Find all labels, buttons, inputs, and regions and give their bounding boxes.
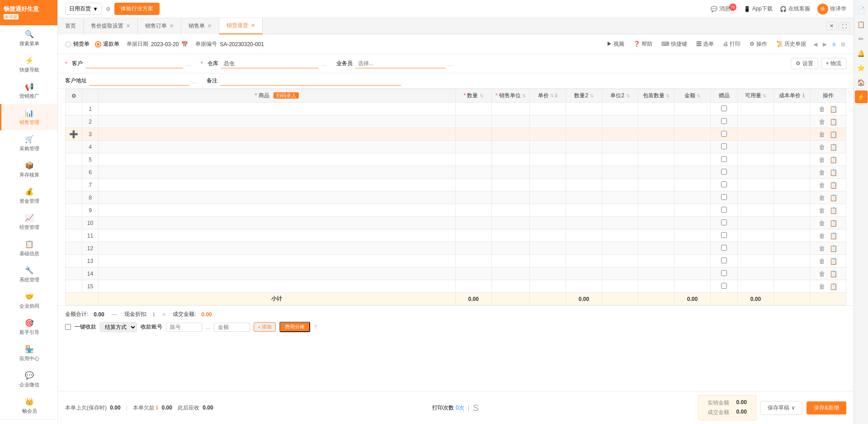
- delete-row-icon[interactable]: 🗑: [817, 219, 826, 227]
- sidebar-item-appstore[interactable]: 🏪 应用中心: [0, 340, 57, 367]
- gift-cell[interactable]: [711, 128, 738, 141]
- account-no-input[interactable]: [166, 323, 202, 332]
- delete-row-icon[interactable]: 🗑: [817, 257, 826, 265]
- account-method-select[interactable]: 结算方式: [100, 322, 137, 332]
- sidebar-item-inventory[interactable]: 📦 库存核算: [0, 157, 57, 183]
- delete-row-icon[interactable]: 🗑: [817, 283, 826, 290]
- qty-cell[interactable]: [455, 204, 491, 217]
- delete-row-icon[interactable]: 🗑: [817, 194, 826, 201]
- gift-checkbox[interactable]: [721, 105, 727, 111]
- gift-cell[interactable]: [711, 115, 738, 128]
- gift-cell[interactable]: [711, 280, 738, 293]
- copy-row-icon[interactable]: 📋: [828, 169, 839, 176]
- sidebar-item-sales[interactable]: 📊 销售管理: [0, 104, 57, 130]
- copy-row-icon[interactable]: 📋: [828, 257, 839, 265]
- right-panel-star-icon[interactable]: ⭐: [855, 62, 868, 74]
- print-action-btn[interactable]: 🖨 打印: [720, 39, 743, 49]
- qty-input[interactable]: [459, 271, 488, 277]
- customer-select-icon[interactable]: ...: [186, 60, 192, 68]
- history-action-btn[interactable]: 📜 历史单据: [774, 39, 809, 49]
- gift-checkbox[interactable]: [721, 143, 727, 149]
- maximize-tab-button[interactable]: ⛶: [839, 22, 850, 30]
- tab-sales-return[interactable]: 销货退货 ✕: [219, 18, 263, 34]
- online-service-button[interactable]: 🎧 在线客服: [780, 5, 810, 13]
- gift-cell[interactable]: [711, 242, 738, 255]
- qty-cell[interactable]: [455, 191, 491, 204]
- gift-checkbox[interactable]: [721, 245, 727, 251]
- gift-checkbox[interactable]: [721, 181, 727, 187]
- qty-cell[interactable]: [455, 255, 491, 267]
- add-row-icon[interactable]: ➕: [69, 130, 78, 138]
- product-input[interactable]: [102, 131, 452, 138]
- sidebar-item-newbie[interactable]: 🎯 新手引导: [0, 314, 57, 340]
- tab-sales-order-close-icon[interactable]: ✕: [170, 23, 174, 29]
- gift-checkbox[interactable]: [721, 219, 727, 225]
- scan-entry-btn[interactable]: 扫码录入: [274, 92, 299, 99]
- qty-input[interactable]: [459, 245, 488, 252]
- delete-row-icon[interactable]: 🗑: [817, 232, 826, 239]
- qty-cell[interactable]: [455, 229, 491, 242]
- gift-cell[interactable]: [711, 179, 738, 191]
- copy-row-icon[interactable]: 📋: [828, 181, 839, 189]
- warehouse-input[interactable]: [221, 59, 319, 68]
- gift-cell[interactable]: [711, 204, 738, 217]
- qty-cell[interactable]: [455, 179, 491, 191]
- sidebar-item-system[interactable]: 🔧 系统管理: [0, 262, 57, 288]
- discount-info-icon[interactable]: ℹ: [153, 311, 155, 318]
- copy-row-icon[interactable]: 📋: [828, 105, 839, 113]
- gift-checkbox[interactable]: [721, 118, 727, 124]
- radio-return-bill[interactable]: 退款单: [95, 40, 119, 48]
- tab-sales-bill[interactable]: 销售单 ✕: [181, 18, 219, 34]
- addr-select-icon[interactable]: ...: [192, 77, 198, 85]
- qty-cell[interactable]: [455, 103, 491, 115]
- sidebar-item-operations[interactable]: 📈 经营管理: [0, 209, 57, 235]
- save-new-button[interactable]: 保存&新增: [807, 401, 846, 414]
- account-ellipsis[interactable]: ...: [206, 324, 210, 330]
- sidebar-item-shortcuts[interactable]: ⚡ 快捷导航: [0, 52, 57, 78]
- delete-row-icon[interactable]: 🗑: [817, 169, 826, 176]
- right-panel-doc-icon[interactable]: 📄: [855, 4, 868, 16]
- copy-row-icon[interactable]: 📋: [828, 270, 839, 277]
- delete-row-icon[interactable]: 🗑: [817, 270, 826, 277]
- gift-cell[interactable]: [711, 217, 738, 229]
- qty-input[interactable]: [459, 283, 488, 290]
- qty-cell[interactable]: [455, 242, 491, 255]
- tab-sales-return-close-icon[interactable]: ✕: [251, 23, 255, 29]
- qty-input[interactable]: [459, 131, 488, 138]
- sidebar-item-purchase[interactable]: 🛒 采购管理: [0, 130, 57, 157]
- qty-input[interactable]: [459, 144, 488, 150]
- sidebar-item-enterprise[interactable]: 🤝 企业协同: [0, 288, 57, 314]
- radio-sales-bill[interactable]: 销货单: [65, 40, 90, 48]
- copy-row-icon[interactable]: 📋: [828, 207, 839, 214]
- qty-cell[interactable]: [455, 128, 491, 141]
- qty-input[interactable]: [459, 157, 488, 163]
- gift-checkbox[interactable]: [721, 283, 727, 289]
- qty-input[interactable]: [459, 258, 488, 264]
- gift-cell[interactable]: [711, 267, 738, 280]
- delete-row-icon[interactable]: 🗑: [817, 105, 826, 113]
- amount-input[interactable]: [214, 323, 250, 332]
- tab-price-settings[interactable]: 售价提取设置 ✕: [84, 18, 138, 34]
- copy-row-icon[interactable]: 📋: [828, 219, 839, 227]
- operate-action-btn[interactable]: ⚙ 操作: [747, 39, 769, 49]
- tab-price-close-icon[interactable]: ✕: [126, 23, 130, 29]
- gift-checkbox[interactable]: [721, 207, 727, 213]
- qty-cell[interactable]: [455, 217, 491, 229]
- warehouse-select-icon[interactable]: ...: [321, 60, 327, 68]
- add-payment-button[interactable]: + + 添加 添加: [254, 322, 276, 332]
- gift-cell[interactable]: [711, 141, 738, 153]
- prev-doc-icon[interactable]: ◀: [813, 41, 817, 48]
- video-action-btn[interactable]: ▶ 视频: [604, 39, 627, 49]
- delete-row-icon[interactable]: 🗑: [817, 131, 826, 138]
- col-settings-header[interactable]: ⚙: [66, 89, 82, 103]
- delete-row-icon[interactable]: 🗑: [817, 207, 826, 214]
- gift-cell[interactable]: [711, 255, 738, 267]
- sidebar-item-member[interactable]: 👑 畅会员: [0, 393, 57, 419]
- sidebar-item-finance[interactable]: 💰 资金管理: [0, 183, 57, 209]
- next-doc-icon[interactable]: ▶: [823, 41, 827, 48]
- gift-checkbox[interactable]: [721, 270, 727, 276]
- user-avatar[interactable]: 徐 徐泽华: [817, 4, 846, 14]
- sidebar-item-marketing[interactable]: 📢 营销推广: [0, 78, 57, 104]
- tab-home[interactable]: 首页: [58, 18, 84, 34]
- qty-cell[interactable]: [455, 267, 491, 280]
